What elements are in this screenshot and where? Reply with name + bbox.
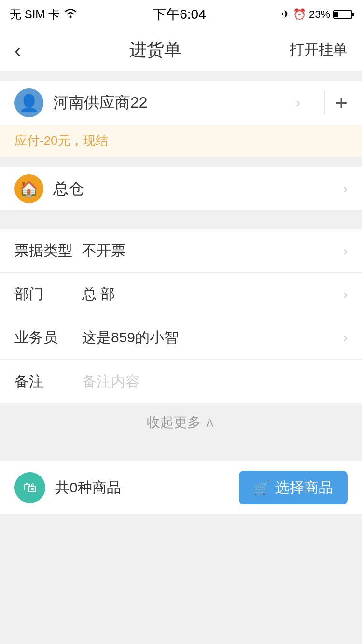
supplier-separator bbox=[324, 91, 325, 115]
field-chevron-salesperson: › bbox=[343, 330, 348, 346]
warehouse-row[interactable]: 🏠 总仓 › bbox=[0, 167, 362, 210]
nav-bar: ‹ 进货单 打开挂单 bbox=[0, 29, 362, 71]
status-right: ✈ ⏰ 23% bbox=[281, 8, 352, 21]
field-value-invoice-type: 不开票 bbox=[82, 241, 343, 261]
field-value-department: 总 部 bbox=[82, 284, 343, 304]
body-background bbox=[0, 514, 362, 644]
field-row-salesperson[interactable]: 业务员 这是859的小智 › bbox=[0, 316, 362, 360]
product-count-label: 共0种商品 bbox=[55, 478, 239, 498]
product-icon: 🛍 bbox=[14, 472, 45, 503]
supplier-chevron-icon: › bbox=[296, 95, 300, 111]
warehouse-icon: 🏠 bbox=[14, 174, 43, 203]
field-label-salesperson: 业务员 bbox=[14, 328, 82, 348]
notice-bar: 应付-20元，现结 bbox=[0, 125, 362, 157]
supplier-row[interactable]: 👤 河南供应商22 › + bbox=[0, 81, 362, 125]
supplier-name: 河南供应商22 bbox=[53, 92, 296, 113]
home-icon: 🏠 bbox=[19, 180, 39, 198]
carrier-label: 无 SIM 卡 bbox=[10, 7, 60, 22]
add-supplier-button[interactable]: + bbox=[335, 92, 348, 113]
battery-icon bbox=[333, 10, 352, 19]
status-time: 下午6:04 bbox=[153, 5, 206, 24]
status-bar: 无 SIM 卡 下午6:04 ✈ ⏰ 23% bbox=[0, 0, 362, 29]
divider-top bbox=[0, 71, 362, 81]
divider-mid bbox=[0, 157, 362, 167]
alarm-icon: ⏰ bbox=[293, 8, 306, 21]
field-label-department: 部门 bbox=[14, 284, 82, 304]
bottom-bar: 🛍 共0种商品 🛒 选择商品 bbox=[0, 461, 362, 514]
field-row-invoice-type[interactable]: 票据类型 不开票 › bbox=[0, 229, 362, 273]
collapse-label: 收起更多 ∧ bbox=[147, 413, 216, 432]
collapse-bar[interactable]: 收起更多 ∧ bbox=[0, 403, 362, 442]
wifi-icon bbox=[64, 8, 77, 21]
divider-fields bbox=[0, 210, 362, 220]
divider-bottom bbox=[0, 442, 362, 451]
location-icon: ✈ bbox=[281, 8, 290, 21]
info-section: 票据类型 不开票 › 部门 总 部 › 业务员 这是859的小智 › 备注 备注… bbox=[0, 229, 362, 403]
select-btn-label: 选择商品 bbox=[275, 478, 333, 498]
warehouse-card: 🏠 总仓 › bbox=[0, 167, 362, 210]
select-product-button[interactable]: 🛒 选择商品 bbox=[239, 471, 348, 504]
cart-icon: 🛒 bbox=[253, 480, 270, 496]
field-chevron-department: › bbox=[343, 287, 348, 302]
back-button[interactable]: ‹ bbox=[14, 41, 21, 60]
status-left: 无 SIM 卡 bbox=[10, 7, 77, 22]
battery-percent: 23% bbox=[309, 8, 330, 21]
field-row-department[interactable]: 部门 总 部 › bbox=[0, 273, 362, 316]
shopping-bag-icon: 🛍 bbox=[23, 479, 37, 496]
field-label-remark: 备注 bbox=[14, 372, 82, 392]
field-value-salesperson: 这是859的小智 bbox=[82, 328, 343, 348]
open-pending-button[interactable]: 打开挂单 bbox=[290, 40, 348, 60]
notice-text: 应付-20元，现结 bbox=[14, 133, 108, 148]
field-row-remark[interactable]: 备注 备注内容 bbox=[0, 360, 362, 403]
supplier-avatar: 👤 bbox=[14, 88, 43, 117]
svg-point-0 bbox=[70, 16, 72, 18]
field-value-remark: 备注内容 bbox=[82, 372, 348, 392]
person-icon: 👤 bbox=[19, 93, 39, 112]
warehouse-name: 总仓 bbox=[53, 178, 343, 199]
warehouse-chevron-icon: › bbox=[343, 181, 348, 196]
field-chevron-invoice: › bbox=[343, 243, 348, 259]
supplier-card: 👤 河南供应商22 › + 应付-20元，现结 bbox=[0, 81, 362, 157]
field-label-invoice-type: 票据类型 bbox=[14, 241, 82, 261]
page-title: 进货单 bbox=[129, 38, 181, 62]
